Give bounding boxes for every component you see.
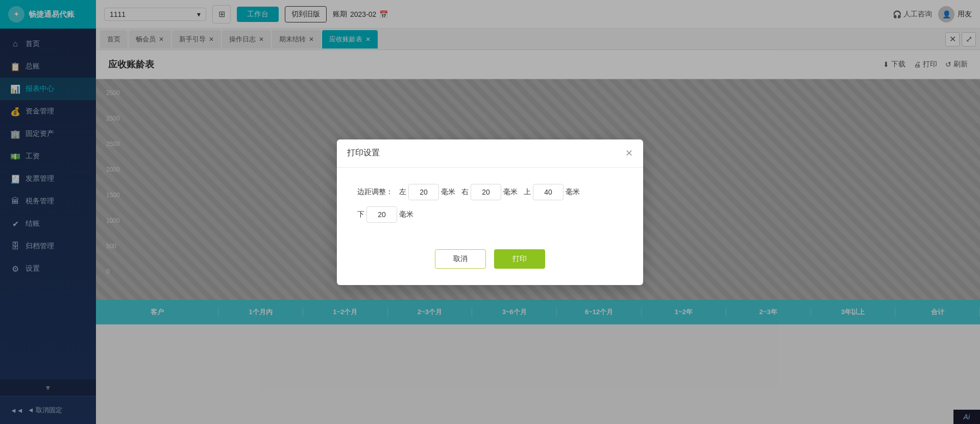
modal-body: 边距调整： 左 毫米 右 毫米 上 毫米 下 bbox=[337, 168, 643, 239]
bottom-margin-input[interactable] bbox=[366, 206, 397, 223]
margin-label: 边距调整： bbox=[357, 187, 393, 197]
top-margin-group: 上 毫米 bbox=[524, 184, 580, 200]
left-unit: 毫米 bbox=[441, 187, 455, 197]
modal-title: 打印设置 bbox=[347, 148, 380, 158]
bottom-unit: 毫米 bbox=[399, 210, 413, 219]
bottom-label: 下 bbox=[357, 210, 364, 219]
margin-form-row: 边距调整： 左 毫米 右 毫米 上 毫米 下 bbox=[357, 184, 623, 223]
right-margin-group: 右 毫米 bbox=[461, 184, 518, 200]
modal-header: 打印设置 ✕ bbox=[337, 139, 643, 168]
bottom-margin-group: 下 毫米 bbox=[357, 206, 413, 223]
modal-close-button[interactable]: ✕ bbox=[625, 148, 633, 159]
cancel-button[interactable]: 取消 bbox=[435, 249, 486, 269]
right-label: 右 bbox=[461, 187, 469, 197]
modal-overlay: 打印设置 ✕ 边距调整： 左 毫米 右 毫米 上 毫米 bbox=[0, 0, 980, 424]
left-margin-group: 左 毫米 bbox=[399, 184, 455, 200]
top-margin-input[interactable] bbox=[533, 184, 564, 200]
confirm-print-button[interactable]: 打印 bbox=[494, 249, 545, 269]
print-settings-modal: 打印设置 ✕ 边距调整： 左 毫米 右 毫米 上 毫米 bbox=[337, 139, 643, 285]
right-margin-input[interactable] bbox=[471, 184, 501, 200]
right-unit: 毫米 bbox=[503, 187, 518, 197]
top-unit: 毫米 bbox=[566, 187, 580, 197]
top-label: 上 bbox=[524, 187, 531, 197]
left-label: 左 bbox=[399, 187, 406, 197]
left-margin-input[interactable] bbox=[408, 184, 439, 200]
modal-footer: 取消 打印 bbox=[337, 239, 643, 285]
